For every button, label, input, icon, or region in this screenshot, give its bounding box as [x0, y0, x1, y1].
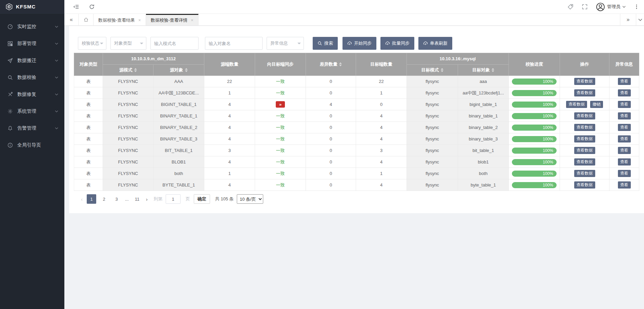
sidebar-item-guide[interactable]: 全局引导页 — [0, 137, 64, 154]
tab[interactable]: 数据校验-查看结果× — [94, 14, 146, 25]
view-exception-button[interactable]: 查看 — [618, 89, 631, 96]
cell-diff-count: 0 — [306, 156, 356, 168]
cell-operation: 查看数据 — [560, 110, 609, 122]
sidebar-item-verify[interactable]: 数据校验 — [0, 69, 64, 86]
view-data-button[interactable]: 查看数据 — [574, 158, 595, 165]
table-row: 表FLYSYNCBYTE_TABLE_14一致04flysyncbyte_tab… — [74, 179, 639, 191]
start-sync-button[interactable]: 开始同步 — [342, 37, 376, 50]
sidebar-item-monitor[interactable]: 实时监控 — [0, 18, 64, 35]
column-header-source-schema[interactable]: 源模式 — [103, 65, 153, 76]
view-data-button[interactable]: 查看数据 — [574, 112, 595, 119]
page-prev-icon[interactable]: ‹ — [80, 196, 84, 202]
sort-icon[interactable] — [339, 62, 342, 66]
jump-confirm-button[interactable]: 确定 — [194, 194, 210, 204]
tabs-container: 数据校验-查看结果×数据校验-查看详情× — [94, 14, 199, 25]
more-options-icon[interactable] — [634, 4, 639, 9]
sidebar-collapse-icon[interactable] — [73, 4, 79, 10]
sidebar-item-alert[interactable]: 告警管理 — [0, 120, 64, 137]
home-tab[interactable] — [79, 14, 94, 25]
search-button[interactable]: 搜索 — [313, 37, 338, 50]
tabs-menu-icon[interactable] — [636, 14, 644, 25]
view-exception-button[interactable]: 查看 — [618, 147, 631, 154]
cell-source-count: 4 — [204, 122, 255, 133]
view-data-button[interactable]: 查看数据 — [566, 101, 587, 108]
tab-close-icon[interactable]: × — [138, 18, 141, 23]
sidebar-menu: 实时监控部署管理数据搬迁数据校验数据修复系统管理告警管理全局引导页 — [0, 14, 64, 154]
cell-target-object: binary_table_2 — [458, 122, 509, 133]
exception-info-select[interactable]: 异常信息 — [267, 37, 304, 50]
view-exception-button[interactable]: 查看 — [618, 112, 631, 119]
cell-target-count: 4 — [356, 122, 407, 133]
cell-target-schema: flysync — [407, 99, 458, 110]
cell-operation: 查看数据撤销 — [560, 99, 609, 110]
sort-icon[interactable] — [441, 68, 443, 72]
forward-sync-badge[interactable]: » — [276, 101, 285, 108]
cell-progress: 100% — [509, 87, 560, 99]
sort-icon[interactable] — [185, 68, 188, 72]
cell-source-schema: FLYSYNC — [103, 179, 153, 191]
tabs-scroll-left-icon[interactable]: « — [64, 14, 79, 25]
page-next-icon[interactable]: › — [145, 196, 149, 202]
jump-page-input[interactable] — [166, 194, 181, 204]
sidebar-item-deploy[interactable]: 部署管理 — [0, 35, 64, 52]
view-data-button[interactable]: 查看数据 — [574, 181, 595, 189]
repair-icon — [7, 92, 13, 97]
view-exception-button[interactable]: 查看 — [618, 181, 631, 189]
view-data-button[interactable]: 查看数据 — [574, 89, 595, 96]
view-data-button[interactable]: 查看数据 — [574, 124, 595, 131]
view-data-button[interactable]: 查看数据 — [574, 135, 595, 142]
cell-source-schema: FLYSYNC — [103, 76, 153, 87]
cell-source-schema: FLYSYNC — [103, 87, 153, 99]
cell-sync-status: 一致 — [255, 87, 306, 99]
admin-menu[interactable]: 管理员 — [596, 2, 626, 12]
sort-icon[interactable] — [134, 68, 137, 72]
page-size-select[interactable]: 10 条/页 — [237, 194, 263, 204]
table-row: 表FLYSYNCboth1一致01flysyncboth100%查看数据查看 — [74, 168, 639, 179]
fullscreen-icon[interactable] — [582, 4, 588, 10]
view-exception-button[interactable]: 查看 — [618, 158, 631, 165]
sidebar-item-system[interactable]: 系统管理 — [0, 103, 64, 120]
column-header-source-object[interactable]: 源对象 — [153, 65, 204, 76]
view-data-button[interactable]: 查看数据 — [574, 147, 595, 154]
view-exception-button[interactable]: 查看 — [618, 124, 631, 131]
cell-exception: 查看 — [609, 110, 639, 122]
schema-name-input[interactable] — [150, 37, 199, 50]
cell-exception: 查看 — [609, 122, 639, 133]
view-exception-button[interactable]: 查看 — [618, 78, 631, 85]
cell-object-type: 表 — [74, 87, 103, 99]
sidebar-item-migrate[interactable]: 数据搬迁 — [0, 52, 64, 69]
page-number-2[interactable]: 2 — [99, 194, 109, 204]
cell-progress: 100% — [509, 122, 560, 133]
batch-sync-button[interactable]: 批量同步 — [380, 37, 414, 50]
cell-target-object: aa中国_123bcdefj1... — [458, 87, 509, 99]
verify-status-select[interactable]: 校验状态 — [78, 37, 106, 50]
sort-icon[interactable] — [492, 68, 494, 72]
caret-down-icon — [140, 43, 143, 46]
single-table-refresh-button[interactable]: 单表刷新 — [418, 37, 452, 50]
progress-bar: 100% — [512, 159, 557, 165]
view-data-button[interactable]: 查看数据 — [574, 78, 595, 85]
column-header-target-object[interactable]: 目标对象 — [458, 65, 509, 76]
view-exception-button[interactable]: 查看 — [618, 170, 631, 177]
tab-close-icon[interactable]: × — [191, 18, 193, 23]
column-header-target-schema[interactable]: 目标模式 — [407, 65, 458, 76]
view-exception-button[interactable]: 查看 — [618, 101, 631, 108]
refresh-icon[interactable] — [89, 4, 95, 10]
object-name-input[interactable] — [205, 37, 263, 50]
page-number-1[interactable]: 1 — [87, 194, 96, 204]
view-data-button[interactable]: 查看数据 — [574, 170, 595, 177]
source-endpoint-group-header: 10.10.3.9.m_dm_3112 — [103, 53, 204, 65]
tag-icon[interactable] — [567, 4, 574, 10]
tab-active[interactable]: 数据校验-查看详情× — [146, 14, 199, 25]
page-number-11[interactable]: 11 — [132, 194, 142, 204]
table-row: 表FLYSYNCBINARY_TABLE_24一致04flysyncbinary… — [74, 122, 639, 133]
jump-prefix-label: 到第 — [154, 196, 163, 202]
object-type-select[interactable]: 对象类型 — [110, 37, 146, 50]
tabs-scroll-right-icon[interactable]: » — [620, 14, 636, 25]
revoke-button[interactable]: 撤销 — [590, 101, 603, 108]
cell-progress: 100% — [509, 179, 560, 191]
view-exception-button[interactable]: 查看 — [618, 135, 631, 142]
page-number-3[interactable]: 3 — [112, 194, 121, 204]
sidebar-item-repair[interactable]: 数据修复 — [0, 86, 64, 103]
column-header-diff-count[interactable]: 差异数量 — [306, 53, 356, 76]
